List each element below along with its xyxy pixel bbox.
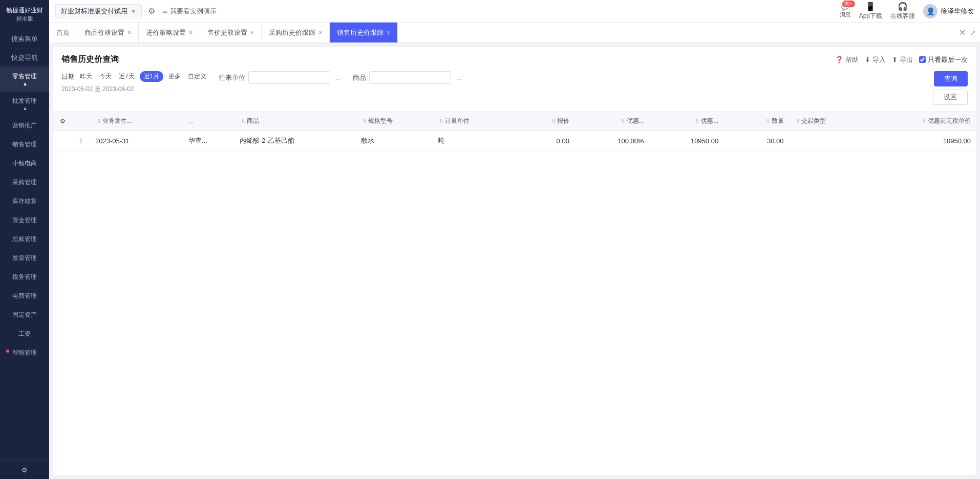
online-support-button[interactable]: 🎧 在线客服 [890, 2, 915, 20]
only-last-checkbox[interactable] [919, 56, 926, 63]
sidebar-item-ledger[interactable]: 总账管理 [0, 230, 49, 249]
supplier-input[interactable] [248, 71, 330, 84]
sidebar-item-label: 总账管理 [12, 235, 37, 244]
data-table-container: ⚙ ⇅ 业务发生... ... ⇅ 商品 ⇅ 规格型 [53, 112, 976, 475]
sidebar-item-inventory[interactable]: 库存核算 [0, 192, 49, 211]
th-dots[interactable]: ... [183, 112, 235, 131]
goods-more-btn[interactable]: ... [454, 74, 463, 81]
date-label: 日期 [61, 72, 75, 81]
sidebar-item-marketing[interactable]: 营销推广 [0, 116, 49, 135]
sidebar-item-payroll[interactable]: 工资 [0, 324, 49, 343]
sidebar-item-assets[interactable]: 固定资产 [0, 306, 49, 324]
tab-extract[interactable]: 售价提取设置 × [200, 23, 262, 42]
import-link[interactable]: ⬇ 导入 [865, 55, 886, 64]
sidebar-item-purchase[interactable]: 采购管理 [0, 173, 49, 192]
sidebar-settings[interactable]: ⚙ [0, 461, 49, 479]
message-button[interactable]: 💬 99+ 消息 [840, 4, 851, 18]
table-body: 1 2023-05-31 华查... 丙烯酸-2-乙基己酯 散水 吨 0.00 … [53, 131, 976, 151]
shortcut-last1m[interactable]: 近1月 [140, 71, 164, 82]
shortcut-today[interactable]: 今天 [97, 71, 114, 82]
sidebar-item-smart[interactable]: 智能管理 [0, 343, 49, 362]
export-link[interactable]: ⬆ 导出 [892, 55, 913, 64]
th-biz-date[interactable]: ⇅ 业务发生... [90, 112, 183, 131]
th-gear[interactable]: ⚙ [53, 112, 72, 131]
th-goods[interactable]: ⇅ 商品 [235, 112, 356, 131]
sidebar-search[interactable]: 搜索菜单 [0, 29, 49, 49]
settings-button[interactable]: 设置 [933, 90, 968, 105]
tab-home[interactable]: 首页 [49, 23, 77, 42]
row-discount2: 10950.00 [649, 131, 724, 151]
sidebar-item-invoice[interactable]: 发票管理 [0, 249, 49, 268]
import-icon: ⬇ [865, 56, 870, 63]
filter-actions: 查询 设置 [933, 71, 968, 105]
sidebar-quick-nav[interactable]: 快捷导航 [0, 49, 49, 67]
th-discount2[interactable]: ⇅ 优惠... [649, 112, 724, 131]
sidebar-item-label: 批发管理 [12, 97, 37, 105]
app-download-button[interactable]: 📱 App下载 [859, 2, 882, 20]
tab-sales-hist[interactable]: 销售历史价跟踪 × [330, 23, 398, 42]
row-notax-price: 10950.00 [865, 131, 976, 151]
row-gear [53, 131, 72, 151]
demo-link[interactable]: ☁ 我要看实例演示 [161, 7, 217, 16]
sidebar-item-sales[interactable]: 销售管理 [0, 135, 49, 154]
content-header: 销售历史价查询 ❓ 帮助 ⬇ 导入 ⬆ 导出 只看最后一次 [53, 47, 976, 65]
module-selector[interactable]: 好业财标准版交付试用 ▼ [55, 4, 142, 18]
shortcut-last7[interactable]: 近7天 [117, 71, 137, 82]
sidebar-item-ecom[interactable]: 电商管理 [0, 287, 49, 306]
sidebar-item-retail[interactable]: 零售管理 ▲ [0, 67, 49, 92]
tab-bar-expand-button[interactable]: ⤢ [970, 29, 976, 37]
sidebar-item-label: 税务管理 [12, 273, 37, 281]
row-txtype [789, 131, 866, 151]
sidebar-item-label: 库存核算 [12, 197, 37, 206]
tab-purchase-hist-close[interactable]: × [318, 29, 322, 36]
goods-label: 商品 [353, 73, 366, 82]
th-qty[interactable]: ⇅ 数量 [723, 112, 789, 131]
shortcut-more[interactable]: 更多 [166, 71, 183, 82]
query-button[interactable]: 查询 [934, 71, 968, 86]
help-link[interactable]: ❓ 帮助 [835, 55, 859, 64]
th-notax-price[interactable]: ⇅ 优惠前无税单价 [865, 112, 976, 131]
sort-icon: ⇅ [922, 118, 926, 124]
import-label: 导入 [872, 55, 886, 64]
row-biz-date: 2023-05-31 [90, 131, 183, 151]
sort-icon: ⇅ [551, 118, 556, 124]
content-area: 销售历史价查询 ❓ 帮助 ⬇ 导入 ⬆ 导出 只看最后一次 [53, 47, 976, 475]
support-icon: 🎧 [898, 2, 908, 11]
tab-extract-close[interactable]: × [250, 29, 254, 36]
topbar-gear-icon[interactable]: ⚙ [148, 6, 155, 16]
shortcut-custom[interactable]: 自定义 [186, 71, 208, 82]
main-area: 好业财标准版交付试用 ▼ ⚙ ☁ 我要看实例演示 💬 99+ 消息 📱 App下… [49, 0, 980, 479]
supplier-more-btn[interactable]: ... [333, 74, 343, 81]
tab-purchase-hist-label: 采购历史价跟踪 [269, 28, 315, 37]
tab-sales-hist-close[interactable]: × [387, 29, 390, 36]
th-unit[interactable]: ⇅ 计量单位 [433, 112, 509, 131]
table-row[interactable]: 1 2023-05-31 华查... 丙烯酸-2-乙基己酯 散水 吨 0.00 … [53, 131, 976, 151]
supplier-label: 往来单位 [219, 73, 245, 82]
supplier-filter-group: 往来单位 ... [219, 71, 343, 84]
topbar: 好业财标准版交付试用 ▼ ⚙ ☁ 我要看实例演示 💬 99+ 消息 📱 App下… [49, 0, 980, 23]
export-label: 导出 [900, 55, 913, 64]
sidebar-item-finance[interactable]: 资金管理 [0, 211, 49, 230]
sidebar-item-tax[interactable]: 税务管理 [0, 268, 49, 287]
tab-bar-close-button[interactable]: ✕ [959, 28, 966, 37]
tab-strategy[interactable]: 进价策略设置 × [139, 23, 200, 42]
goods-input[interactable] [369, 71, 451, 84]
tab-purchase-hist[interactable]: 采购历史价跟踪 × [262, 23, 330, 42]
only-last-label: 只看最后一次 [928, 55, 968, 64]
tab-price[interactable]: 商品价格设置 × [77, 23, 139, 42]
only-last-checkbox-label[interactable]: 只看最后一次 [919, 55, 968, 64]
th-spec[interactable]: ⇅ 规格型号 [356, 112, 433, 131]
tab-strategy-label: 进价策略设置 [146, 28, 186, 37]
date-shortcuts: 日期 昨天 今天 近7天 近1月 更多 自定义 [61, 71, 208, 82]
th-price[interactable]: ⇅ 报价 [509, 112, 574, 131]
shortcut-yesterday[interactable]: 昨天 [78, 71, 94, 82]
user-menu[interactable]: 👤 徐泽华修改 [923, 4, 974, 18]
sort-icon: ⇅ [439, 118, 443, 124]
th-discount1[interactable]: ⇅ 优惠... [574, 112, 649, 131]
tab-price-close[interactable]: × [127, 29, 131, 36]
th-txtype[interactable]: ⇅ 交易类型 [789, 112, 866, 131]
sidebar-item-ecom-small[interactable]: 小畅电商 [0, 154, 49, 173]
demo-icon: ☁ [161, 7, 168, 15]
sidebar-item-wholesale[interactable]: 批发管理 ▲ [0, 92, 49, 116]
tab-strategy-close[interactable]: × [189, 29, 193, 36]
